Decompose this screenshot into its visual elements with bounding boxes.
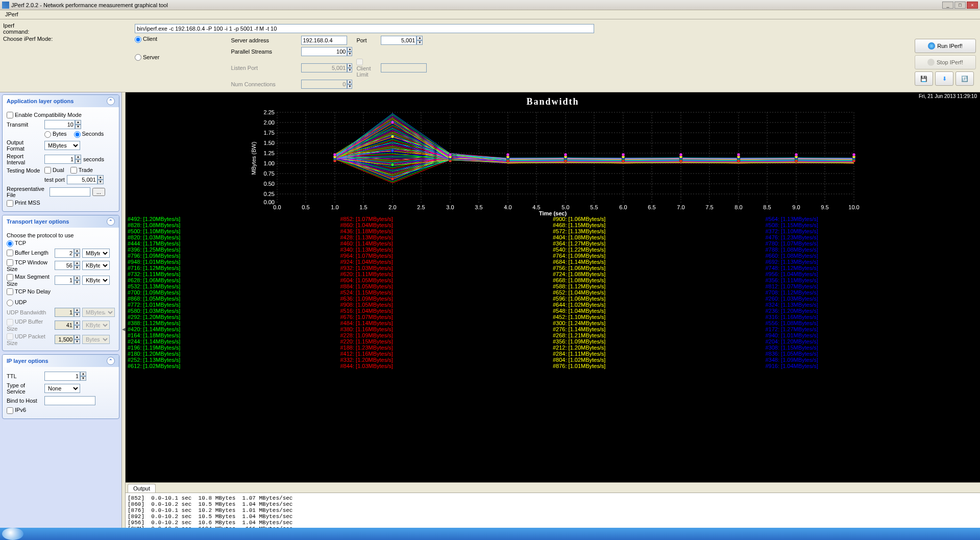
udp-pkt-check: UDP Packet Size: [7, 333, 53, 347]
legend-item: #652: [1.04MBytes/s]: [553, 289, 766, 296]
menu-jperf[interactable]: JPerf: [3, 11, 20, 17]
parallel-streams-input[interactable]: [301, 47, 347, 56]
legend-item: #460: [1.14MBytes/s]: [340, 240, 553, 247]
collapse-icon[interactable]: ⌃: [107, 217, 115, 226]
ip-layer-panel: IP layer options ⌃ TTL ▲▼ Type of Servic…: [2, 354, 119, 419]
taskbar[interactable]: [0, 528, 980, 540]
legend-area: #492: [1.20MBytes/s]#852: [1.07MBytes/s]…: [126, 215, 980, 482]
client-radio[interactable]: Client: [135, 36, 157, 42]
trade-check[interactable]: Trade: [70, 167, 93, 174]
legend-item: #252: [1.13MBytes/s]: [128, 357, 340, 363]
buffer-length-unit[interactable]: MBytes: [82, 249, 110, 258]
output-tab-row: Output: [126, 482, 980, 493]
svg-text:5.0: 5.0: [561, 204, 569, 209]
legend-item: #932: [1.03MBytes/s]: [340, 265, 553, 271]
transport-header[interactable]: Transport layer options ⌃: [3, 215, 119, 228]
legend-item: #620: [1.11MBytes/s]: [340, 271, 553, 277]
disk-icon: 💾: [920, 76, 927, 82]
legend-item: #300: [1.24MBytes/s]: [553, 320, 766, 326]
legend-item: #356: [1.11MBytes/s]: [766, 277, 978, 283]
tcp-window-unit[interactable]: KBytes: [82, 261, 110, 270]
buffer-length-check[interactable]: Buffer Length: [7, 250, 53, 257]
legend-item: #636: [1.09MBytes/s]: [340, 296, 553, 302]
legend-item: #788: [1.08MBytes/s]: [766, 247, 978, 253]
legend-item: #524: [1.15MBytes/s]: [340, 289, 553, 296]
dual-check[interactable]: Dual: [44, 167, 64, 174]
server-address-input[interactable]: [301, 36, 347, 45]
svg-text:0.25: 0.25: [264, 191, 275, 197]
start-button[interactable]: [2, 528, 23, 540]
test-port-input[interactable]: [67, 175, 97, 184]
legend-item: #364: [1.27MBytes/s]: [553, 240, 766, 247]
max-seg-unit[interactable]: KBytes: [82, 276, 110, 285]
legend-item: #284: [1.11MBytes/s]: [553, 351, 766, 357]
output-format-label: Output Format: [7, 139, 42, 152]
legend-item: #844: [1.03MBytes/s]: [340, 363, 553, 369]
report-interval-label: Report Interval: [7, 153, 42, 165]
maximize-button[interactable]: □: [954, 2, 966, 9]
print-mss-check[interactable]: Print MSS: [7, 200, 40, 207]
legend-item: #388: [1.12MBytes/s]: [128, 320, 340, 326]
buffer-length-input[interactable]: [55, 249, 74, 258]
save-icon-button[interactable]: 💾: [915, 71, 933, 86]
port-input[interactable]: [381, 36, 416, 45]
max-seg-check[interactable]: Max Segment Size: [7, 274, 53, 287]
tcp-nodelay-check[interactable]: TCP No Delay: [7, 288, 51, 296]
bytes-radio[interactable]: Bytes: [44, 131, 67, 138]
minimize-button[interactable]: _: [942, 2, 953, 9]
run-iperf-button[interactable]: Run IPerf!: [915, 39, 976, 53]
svg-text:0.50: 0.50: [264, 181, 275, 187]
ipv6-check[interactable]: IPv6: [7, 407, 26, 414]
legend-item: #732: [1.11MBytes/s]: [128, 271, 340, 277]
legend-item: #956: [1.04MBytes/s]: [766, 271, 978, 277]
tcp-radio[interactable]: TCP: [7, 240, 26, 247]
rep-file-input[interactable]: [50, 187, 90, 197]
legend-item: #380: [1.16MBytes/s]: [340, 326, 553, 332]
collapse-icon[interactable]: ⌃: [107, 357, 115, 365]
rep-file-browse[interactable]: ...: [92, 188, 105, 196]
ttl-input[interactable]: [44, 372, 80, 381]
report-interval-input[interactable]: [44, 155, 75, 164]
tos-select[interactable]: None: [44, 384, 80, 393]
legend-item: #396: [1.25MBytes/s]: [128, 247, 340, 253]
max-seg-input[interactable]: [55, 276, 74, 285]
bind-input[interactable]: [44, 396, 95, 405]
refresh-icon-button[interactable]: 🔃: [955, 71, 974, 86]
legend-item: #716: [1.12MBytes/s]: [128, 265, 340, 271]
legend-item: #780: [1.07MBytes/s]: [766, 240, 978, 247]
legend-item: #348: [1.09MBytes/s]: [766, 357, 978, 363]
splitter[interactable]: ◀: [121, 92, 126, 540]
udp-radio[interactable]: UDP: [7, 299, 27, 306]
udp-bw-unit: MBytes/sec: [82, 308, 115, 317]
svg-text:1.00: 1.00: [264, 160, 275, 166]
tcp-window-check[interactable]: TCP Window Size: [7, 259, 53, 273]
legend-item: #452: [1.10MBytes/s]: [553, 314, 766, 320]
svg-point-67: [391, 163, 394, 166]
transport-panel: Transport layer options ⌃ Choose the pro…: [2, 215, 119, 351]
ip-layer-header[interactable]: IP layer options ⌃: [3, 355, 119, 367]
svg-point-75: [449, 153, 452, 156]
seconds-radio[interactable]: Seconds: [74, 131, 104, 138]
app-layer-header[interactable]: Application layer options ⌃: [3, 95, 119, 107]
transmit-input[interactable]: [44, 120, 75, 129]
collapse-icon[interactable]: ⌃: [107, 97, 115, 105]
svg-text:1.75: 1.75: [264, 130, 275, 136]
legend-item: #828: [1.08MBytes/s]: [128, 222, 340, 228]
iperf-command-input[interactable]: [135, 24, 594, 33]
y-axis-label: MBytes (BW): [251, 141, 257, 175]
output-format-select[interactable]: MBytes: [44, 141, 80, 150]
tcp-window-input[interactable]: [55, 261, 74, 270]
timestamp: Fri, 21 Jun 2013 11:29:10: [919, 93, 977, 99]
export-icon-button[interactable]: ⬇: [935, 71, 953, 86]
server-radio[interactable]: Server: [135, 54, 159, 60]
legend-item: #492: [1.20MBytes/s]: [128, 216, 340, 222]
close-button[interactable]: ×: [967, 2, 978, 9]
legend-item: #260: [1.03MBytes/s]: [766, 296, 978, 302]
output-tab[interactable]: Output: [128, 484, 156, 493]
down-arrow-icon: ⬇: [942, 76, 947, 82]
legend-item: #412: [1.16MBytes/s]: [340, 351, 553, 357]
legend-item: #468: [1.15MBytes/s]: [553, 222, 766, 228]
legend-item: #804: [1.02MBytes/s]: [553, 357, 766, 363]
compat-check[interactable]: Enable Compatibility Mode: [7, 112, 82, 119]
udp-pkt-unit: Bytes: [82, 335, 110, 344]
